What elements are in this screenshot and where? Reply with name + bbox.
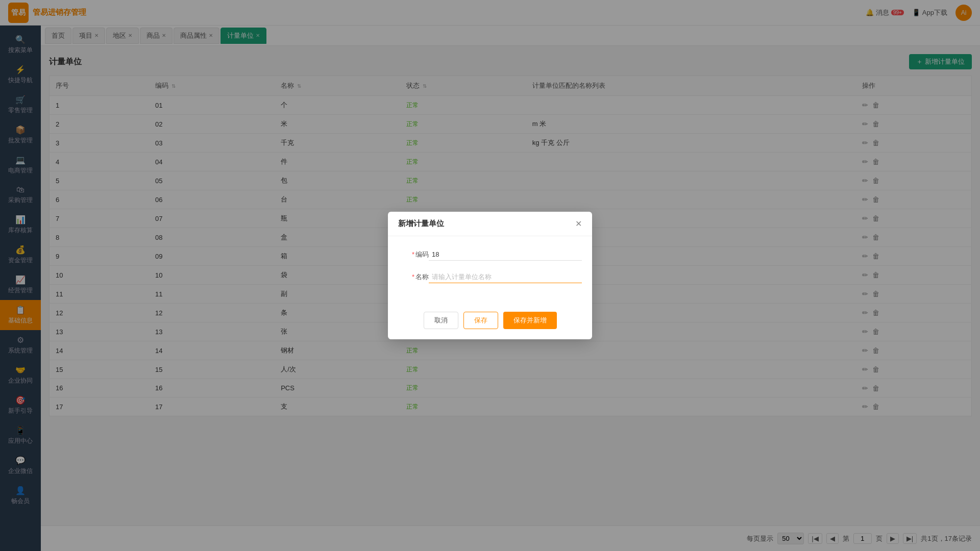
code-input[interactable] xyxy=(429,248,582,261)
dialog-header: 新增计量单位 ✕ xyxy=(388,212,592,236)
dialog-close-button[interactable]: ✕ xyxy=(575,220,582,228)
dialog-title: 新增计量单位 xyxy=(398,219,444,229)
form-row-code: *编码 xyxy=(398,248,582,261)
form-row-name: *名称 xyxy=(398,271,582,283)
code-label: *编码 xyxy=(398,250,429,259)
save-button[interactable]: 保存 xyxy=(463,312,498,329)
name-input[interactable] xyxy=(429,271,582,283)
cancel-button[interactable]: 取消 xyxy=(424,312,458,329)
add-unit-dialog: 新增计量单位 ✕ *编码 *名称 取消 保存 保存并新增 xyxy=(388,212,592,339)
modal-overlay[interactable]: 新增计量单位 ✕ *编码 *名称 取消 保存 保存并新增 xyxy=(0,0,980,551)
dialog-body: *编码 *名称 xyxy=(388,236,592,306)
save-and-new-button[interactable]: 保存并新增 xyxy=(503,312,557,329)
name-label: *名称 xyxy=(398,272,429,282)
dialog-footer: 取消 保存 保存并新增 xyxy=(388,306,592,339)
